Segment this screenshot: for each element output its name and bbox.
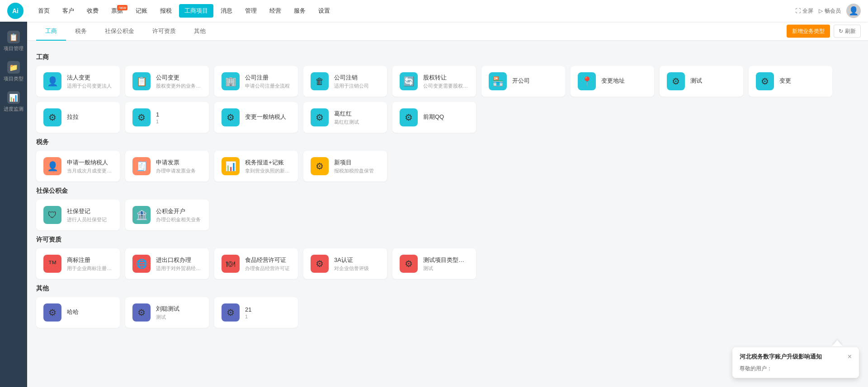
card-icon-进出口权办理: 🌐 <box>132 255 151 273</box>
nav-fee[interactable]: 收费 <box>81 4 104 18</box>
card-变更地址[interactable]: 📍 变更地址 <box>571 66 654 97</box>
card-税务报道记账[interactable]: 📊 税务报道+记账 拿到营业执照的新公司 <box>214 151 298 182</box>
card-icon-新项目: ⚙ <box>311 157 329 175</box>
card-name: 公司注销 <box>334 74 380 82</box>
tab-gongshang[interactable]: 工商 <box>36 22 66 41</box>
card-股权转让[interactable]: 🔄 股权转让 公司变更需要股权转让 <box>392 66 476 97</box>
avatar[interactable]: 👤 <box>846 4 861 18</box>
card-进出口权办理[interactable]: 🌐 进出口权办理 适用于对外贸易经营者 <box>125 248 209 279</box>
notification-close[interactable]: × <box>848 353 852 361</box>
nav-client[interactable]: 客户 <box>57 4 80 18</box>
nav-manage[interactable]: 管理 <box>240 4 262 18</box>
nav-bookkeeping[interactable]: 记账 <box>130 4 153 18</box>
tab-shuiwu[interactable]: 税务 <box>66 22 96 41</box>
card-icon-测试: ⚙ <box>667 72 685 90</box>
card-开公司[interactable]: 🏪 开公司 <box>481 66 565 97</box>
card-icon-申请一般纳税人: 👤 <box>43 157 61 175</box>
card-哈哈[interactable]: ⚙ 哈哈 <box>36 297 120 328</box>
nav-tax[interactable]: 报税 <box>155 4 177 18</box>
card-测试项目类型目定义[interactable]: ⚙ 测试项目类型目定义 测试 <box>392 248 476 279</box>
card-desc: 拿到营业执照的新公司 <box>245 168 291 174</box>
sidebar-item-project-manage[interactable]: 📋 项目管理 <box>0 26 27 56</box>
card-新项目[interactable]: ⚙ 新项目 报税加税控盘保管 <box>303 151 387 182</box>
popup-triangle <box>832 340 843 346</box>
nav-bizproject[interactable]: 工商项目 <box>179 4 213 18</box>
card-申请一般纳税人[interactable]: 👤 申请一般纳税人 当月或次月成变更完成 <box>36 151 120 182</box>
cards-grid-shebao: 🛡 社保登记 进行人员社保登记 🏦 公积金开户 办理公积金相关业务 <box>36 200 859 230</box>
card-食品经营许可证[interactable]: 🍽 食品经营许可证 办理食品经营许可证 <box>214 248 298 279</box>
nav-message[interactable]: 消息 <box>215 4 238 18</box>
card-icon-3A认证: ⚙ <box>311 255 329 273</box>
sidebar-item-project-type[interactable]: 📁 项目类型 <box>0 56 27 87</box>
card-name: 1 <box>156 111 202 118</box>
card-变更[interactable]: ⚙ 变更 <box>749 66 832 97</box>
sidebar-item-progress[interactable]: 📊 进度监测 <box>0 87 27 117</box>
card-商标注册[interactable]: ™ 商标注册 用于企业商标注册服务 <box>36 248 120 279</box>
notification-title: 河北税务数字账户升级影响通知 <box>740 353 822 361</box>
card-icon-变更: ⚙ <box>756 72 774 90</box>
card-name: 股权转让 <box>423 74 469 82</box>
project-manage-icon: 📋 <box>7 31 20 43</box>
refresh-button[interactable]: ↻ 刷新 <box>834 24 861 37</box>
nav-invoice[interactable]: 票据 new <box>106 4 128 18</box>
card-name: 社保登记 <box>67 207 113 215</box>
card-公司变更[interactable]: 📋 公司变更 股权变更外的业务变更 <box>125 66 209 97</box>
refresh-icon: ↻ <box>839 28 843 34</box>
project-type-icon: 📁 <box>7 61 20 74</box>
card-desc: 用于企业商标注册服务 <box>67 265 113 272</box>
member-icon: ▷ <box>819 8 823 14</box>
card-申请发票[interactable]: 🧾 申请发票 办理申请发票业务 <box>125 151 209 182</box>
card-icon-社保登记: 🛡 <box>43 206 61 224</box>
card-icon-股权转让: 🔄 <box>400 72 418 90</box>
card-desc: 测试 <box>156 314 202 321</box>
card-desc: 适用于对外贸易经营者 <box>156 265 202 272</box>
card-刘聪测试[interactable]: ⚙ 刘聪测试 测试 <box>125 297 209 328</box>
card-法人变更[interactable]: 👤 法人变更 适用于公司变更法人 <box>36 66 120 97</box>
member-btn[interactable]: ▷ 畅会员 <box>819 7 841 15</box>
card-公司注销[interactable]: 🗑 公司注销 适用于注销公司 <box>303 66 387 97</box>
card-desc: 报税加税控盘保管 <box>334 168 380 174</box>
card-公积金开户[interactable]: 🏦 公积金开户 办理公积金相关业务 <box>125 200 209 230</box>
card-desc: 葛红红测试 <box>334 119 380 126</box>
nav-settings[interactable]: 设置 <box>313 4 335 18</box>
card-desc: 对企业信誉评级 <box>334 265 380 272</box>
main-content: 工商 税务 社保公积金 许可资质 其他 新增业务类型 ↻ 刷新 工商 👤 法人变… <box>27 22 868 387</box>
card-name: 申请发票 <box>156 159 202 167</box>
sidebar: 📋 项目管理 📁 项目类型 📊 进度监测 <box>0 22 27 387</box>
card-name: 拉拉 <box>67 113 113 121</box>
card-icon-拉拉: ⚙ <box>43 108 61 126</box>
nav-items: 首页 客户 收费 票据 new 记账 报税 工商项目 消息 管理 经营 服务 设… <box>33 4 795 18</box>
card-icon-公积金开户: 🏦 <box>132 206 151 224</box>
card-葛红红[interactable]: ⚙ 葛红红 葛红红测试 <box>303 102 387 133</box>
card-21[interactable]: ⚙ 21 1 <box>214 297 298 328</box>
card-前期QQ[interactable]: ⚙ 前期QQ <box>392 102 476 133</box>
section-title-xuke: 许可资质 <box>36 236 859 244</box>
card-1[interactable]: ⚙ 1 1 <box>125 102 209 133</box>
card-desc: 1 <box>245 314 291 319</box>
tab-qita[interactable]: 其他 <box>185 22 215 41</box>
card-icon-税务报道记账: 📊 <box>222 157 240 175</box>
card-公司注册[interactable]: 🏢 公司注册 申请公司注册全流程 <box>214 66 298 97</box>
fullscreen-btn[interactable]: ⛶ 全屏 <box>795 7 813 15</box>
nav-service[interactable]: 服务 <box>288 4 311 18</box>
tab-shebao[interactable]: 社保公积金 <box>96 22 143 41</box>
card-变更一般纳税人[interactable]: ⚙ 变更一般纳税人 <box>214 102 298 133</box>
card-name: 变更一般纳税人 <box>245 113 291 121</box>
tab-bar: 工商 税务 社保公积金 许可资质 其他 新增业务类型 ↻ 刷新 <box>27 22 868 41</box>
nav-operation[interactable]: 经营 <box>264 4 287 18</box>
tab-xuke[interactable]: 许可资质 <box>143 22 185 41</box>
card-测试[interactable]: ⚙ 测试 <box>660 66 743 97</box>
card-name: 公司变更 <box>156 74 202 82</box>
card-desc: 办理公积金相关业务 <box>156 216 202 223</box>
new-type-button[interactable]: 新增业务类型 <box>787 24 830 37</box>
card-拉拉[interactable]: ⚙ 拉拉 <box>36 102 120 133</box>
card-name: 变更 <box>779 77 825 85</box>
card-3A认证[interactable]: ⚙ 3A认证 对企业信誉评级 <box>303 248 387 279</box>
card-社保登记[interactable]: 🛡 社保登记 进行人员社保登记 <box>36 200 120 230</box>
card-name: 测试 <box>690 77 736 85</box>
logo: Ai <box>7 3 24 19</box>
nav-home[interactable]: 首页 <box>33 4 55 18</box>
card-desc: 申请公司注册全流程 <box>245 83 291 89</box>
nav-badge-new: new <box>117 5 127 10</box>
content-area: 工商 👤 法人变更 适用于公司变更法人 📋 公司变更 股权变更外的业务变更 🏢 <box>27 41 868 339</box>
